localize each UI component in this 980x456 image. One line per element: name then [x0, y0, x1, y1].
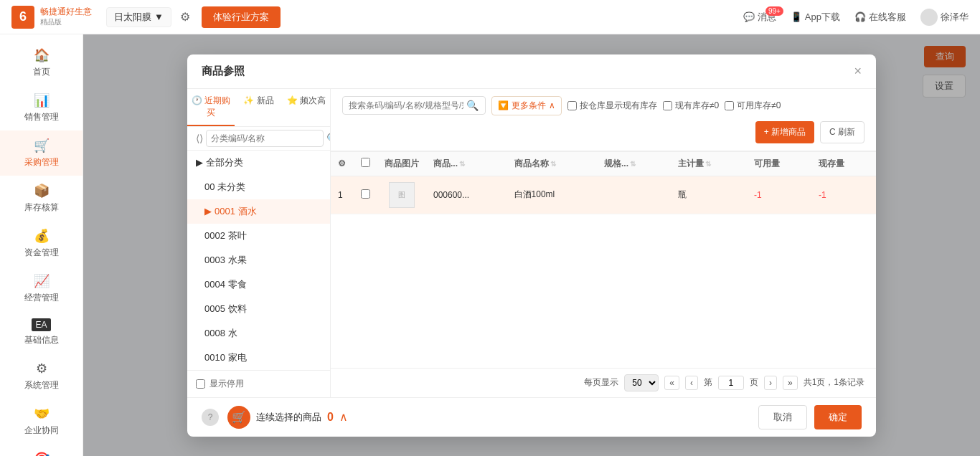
first-page-button[interactable]: « [664, 376, 679, 390]
warehouse-checkbox[interactable] [567, 101, 577, 110]
sidebar-item-system[interactable]: ⚙ 系统管理 [0, 353, 83, 399]
row-index: 1 [331, 176, 354, 214]
sidebar-item-operation[interactable]: 📈 经营管理 [0, 266, 83, 311]
add-product-button[interactable]: + 新增商品 [755, 121, 814, 143]
cat-item-snack[interactable]: 0004 零食 [187, 272, 330, 297]
cat-item-liquor[interactable]: ▶ 0001 酒水 [187, 199, 330, 224]
th-code[interactable]: 商品...⇅ [426, 151, 507, 176]
th-unit[interactable]: 主计量⇅ [671, 151, 747, 176]
row-checkbox[interactable] [361, 189, 370, 199]
warehouse-checkbox-label[interactable]: 按仓库显示现有库存 [567, 100, 657, 112]
nav-icons: 💬 消息 99+ 📱 App下载 🎧 在线客服 徐泽华 [743, 9, 969, 26]
more-conditions-button[interactable]: 🔽 更多条件 ∧ [491, 96, 562, 115]
sidebar: 🏠 首页 📊 销售管理 🛒 采购管理 📦 库存核算 💰 资金管理 📈 经营管理 … [0, 34, 83, 456]
message-nav-item[interactable]: 💬 消息 99+ [743, 11, 776, 24]
modal-close-button[interactable]: × [854, 65, 862, 77]
app-download-label: App下载 [805, 11, 840, 24]
online-service-nav-item[interactable]: 🎧 在线客服 [854, 11, 906, 24]
tab-label: 近期购买 [204, 95, 230, 118]
table-header-row: ⚙ 商品图片 商品...⇅ 商品名称⇅ 规格...⇅ 主计量⇅ 可用量 现存量 [331, 151, 876, 176]
stock-nonzero-checkbox[interactable] [663, 101, 672, 110]
cat-item-beverage[interactable]: 0005 饮料 [187, 297, 330, 321]
cart-area: 🛒 连续选择的商品 0 ∧ [227, 406, 348, 429]
sidebar-item-home[interactable]: 🏠 首页 [0, 40, 83, 85]
cat-arrow-icon: ▶ [196, 157, 203, 168]
cat-item-appliance[interactable]: 0010 家电 [187, 346, 330, 370]
category-search-input[interactable] [206, 130, 324, 147]
per-page-select[interactable]: 50 [624, 374, 659, 391]
th-spec[interactable]: 规格...⇅ [597, 151, 671, 176]
sidebar-item-inventory[interactable]: 📦 库存核算 [0, 176, 83, 221]
sidebar-item-purchase[interactable]: 🛒 采购管理 [0, 130, 83, 176]
cart-collapse-button[interactable]: ∧ [339, 410, 348, 424]
tab-new-products[interactable]: ✨ 新品 [235, 89, 282, 126]
row-image-cell: 图 [377, 176, 426, 214]
row-code: 000600... [426, 176, 507, 214]
recent-icon: 🕐 [192, 95, 202, 105]
app-download-nav-item[interactable]: 📱 App下载 [791, 11, 840, 24]
cat-item-all[interactable]: ▶ 全部分类 [187, 151, 330, 175]
avatar [920, 9, 938, 26]
show-disabled-area: 显示停用 [187, 370, 330, 397]
search-button[interactable]: 🔍 [466, 100, 479, 111]
sidebar-item-label: 资金管理 [24, 247, 59, 259]
next-page-button[interactable]: › [764, 376, 777, 390]
cat-item-label: 0010 家电 [204, 351, 247, 364]
show-disabled-checkbox[interactable] [196, 379, 205, 389]
modal-overlay: 商品参照 × 🕐 近期购买 ✨ 新 [83, 34, 980, 456]
collapse-button[interactable]: ⟨⟩ [193, 130, 206, 147]
confirm-button[interactable]: 确定 [814, 405, 862, 429]
th-image: 商品图片 [377, 151, 426, 176]
category-search-bar: ⟨⟩ 🔍 [187, 127, 330, 151]
available-nonzero-label[interactable]: 可用库存≠0 [725, 100, 781, 112]
operation-icon: 📈 [34, 273, 50, 289]
prev-page-button[interactable]: ‹ [685, 376, 698, 390]
available-nonzero-checkbox[interactable] [725, 101, 734, 110]
sidebar-item-guide[interactable]: 🎯 新手引导 [0, 444, 83, 456]
table-row[interactable]: 1 图 000600... 白酒100ml [331, 176, 876, 214]
cart-count: 0 [327, 411, 334, 424]
cat-item-label: 全部分类 [206, 156, 243, 169]
sidebar-item-sales[interactable]: 📊 销售管理 [0, 85, 83, 130]
cat-item-label: 0005 饮料 [204, 303, 247, 315]
search-input[interactable] [349, 100, 463, 110]
last-page-button[interactable]: » [783, 376, 798, 390]
message-icon: 💬 [743, 11, 755, 22]
select-all-checkbox[interactable] [361, 158, 370, 167]
stock-nonzero-label-text: 现有库存≠0 [675, 100, 719, 112]
logo-icon: 6 [11, 6, 34, 29]
tab-recent-purchase[interactable]: 🕐 近期购买 [187, 89, 235, 126]
tab-frequent[interactable]: ⭐ 频次高 [283, 89, 330, 126]
sidebar-item-basic-info[interactable]: EA 基础信息 [0, 311, 83, 353]
sidebar-item-label: 基础信息 [24, 334, 59, 346]
cat-item-uncategorized[interactable]: 00 未分类 [187, 175, 330, 199]
cat-item-fruit[interactable]: 0003 水果 [187, 248, 330, 272]
user-nav-item[interactable]: 徐泽华 [920, 9, 969, 26]
row-name: 白酒100ml [507, 176, 597, 214]
cancel-button[interactable]: 取消 [758, 405, 807, 429]
try-industry-button[interactable]: 体验行业方案 [202, 6, 281, 28]
help-icon[interactable]: ? [202, 409, 219, 426]
cat-item-label: 0003 水果 [204, 254, 247, 267]
cat-item-tea[interactable]: 0002 茶叶 [187, 224, 330, 248]
product-image-placeholder: 图 [389, 182, 415, 208]
row-checkbox-cell [354, 176, 377, 214]
product-reference-modal: 商品参照 × 🕐 近期购买 ✨ 新 [187, 54, 876, 437]
sidebar-item-finance[interactable]: 💰 资金管理 [0, 221, 83, 266]
page-input[interactable] [718, 376, 744, 390]
warehouse-checkbox-label-text: 按仓库显示现有库存 [580, 100, 657, 112]
settings-icon[interactable]: ⚙ [180, 10, 190, 24]
stock-nonzero-label[interactable]: 现有库存≠0 [663, 100, 719, 112]
tab-label: 新品 [257, 95, 274, 105]
sidebar-item-enterprise[interactable]: 🤝 企业协同 [0, 399, 83, 444]
mobile-icon: 📱 [791, 11, 802, 22]
available-nonzero-label-text: 可用库存≠0 [737, 100, 781, 112]
refresh-button[interactable]: C 刷新 [820, 121, 864, 143]
th-name[interactable]: 商品名称⇅ [507, 151, 597, 176]
category-list: ▶ 全部分类 00 未分类 ▶ 0001 酒水 0002 茶 [187, 151, 330, 370]
category-tabs: 🕐 近期购买 ✨ 新品 ⭐ 频次高 [187, 89, 330, 127]
content-area: 查询 设置 商品参照 × 🕐 近期购买 [83, 34, 980, 456]
cat-item-water[interactable]: 0008 水 [187, 321, 330, 346]
main-layout: 🏠 首页 📊 销售管理 🛒 采购管理 📦 库存核算 💰 资金管理 📈 经营管理 … [0, 34, 980, 456]
store-selector[interactable]: 日太阳膜 ▼ [106, 7, 171, 27]
